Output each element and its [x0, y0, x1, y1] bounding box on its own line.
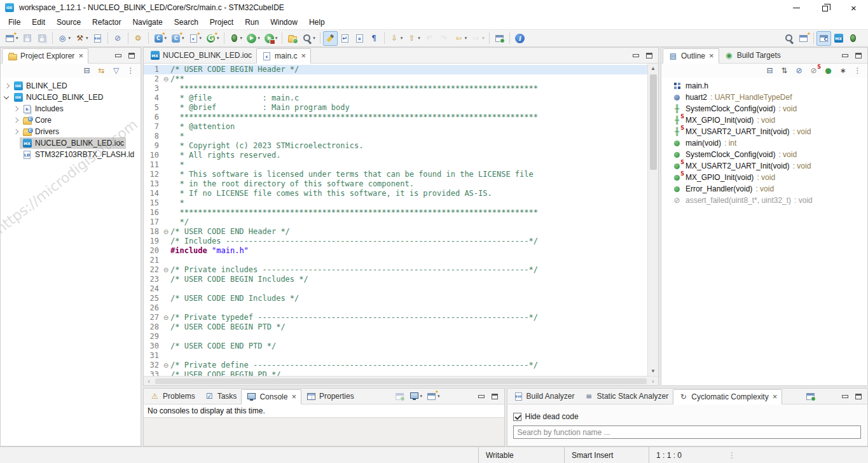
minimize-view-button[interactable] [632, 52, 640, 59]
vertical-scrollbar[interactable]: ▲ ▼ [647, 64, 658, 376]
minimize-button[interactable] [782, 0, 811, 15]
maximize-view-button[interactable] [128, 52, 135, 59]
hide-inactive-toggle[interactable]: ∗ [836, 64, 850, 78]
fold-marker-icon[interactable]: ⊖ [162, 313, 170, 322]
close-tab-icon[interactable]: × [773, 394, 778, 400]
open-console-button[interactable]: ★▾ [424, 389, 442, 404]
folder-drivers[interactable]: Drivers [1, 126, 141, 137]
menu-file[interactable]: File [3, 17, 26, 28]
code-editor[interactable]: 1/* USER CODE BEGIN Header */2⊖/**3 ****… [144, 64, 647, 376]
view-menu-button[interactable]: ⋮ [123, 64, 138, 78]
tab-tasks[interactable]: ☑Tasks [200, 389, 242, 404]
build-button[interactable]: ⚒▾ [72, 31, 90, 46]
scrollbar-thumb[interactable] [650, 74, 657, 170]
hide-non-public-toggle[interactable]: ● [821, 64, 836, 78]
previous-annotation-button[interactable]: ⇧▾ [404, 31, 422, 46]
expander-right-icon[interactable] [12, 117, 19, 124]
menu-navigate[interactable]: Navigate [127, 17, 168, 28]
menu-run[interactable]: Run [239, 17, 265, 28]
close-button[interactable]: × [839, 0, 868, 15]
new-c-project-button[interactable]: C★▾ [151, 31, 169, 46]
tab-build-targets[interactable]: ◉Build Targets [719, 48, 785, 63]
close-tab-icon[interactable]: × [709, 53, 714, 59]
run-button[interactable]: ▾ [244, 31, 262, 46]
menu-search[interactable]: Search [169, 17, 204, 28]
maximize-view-button[interactable] [855, 52, 862, 59]
new-class-button[interactable]: G★▾ [203, 31, 221, 46]
folder-core[interactable]: Core [1, 114, 141, 126]
dropdown-arrow-icon[interactable]: ▾ [258, 36, 260, 41]
fold-marker-icon[interactable]: ⊖ [162, 227, 170, 237]
dropdown-arrow-icon[interactable]: ▾ [401, 36, 403, 41]
outline-item[interactable]: Error_Handler(void) : void [661, 183, 867, 195]
menu-edit[interactable]: Edit [26, 17, 51, 28]
menu-project[interactable]: Project [204, 17, 239, 28]
search-field-button[interactable] [782, 31, 796, 46]
dropdown-arrow-icon[interactable]: ▾ [200, 36, 202, 41]
debug-perspective-button[interactable] [846, 31, 860, 46]
hide-static-members-toggle[interactable]: ⊘S [806, 64, 821, 78]
dropdown-arrow-icon[interactable]: ▾ [240, 36, 243, 41]
board-selector-button[interactable]: ◎▾ [55, 31, 73, 46]
scroll-up-icon[interactable]: ▲ [648, 64, 658, 73]
expander-down-icon[interactable] [3, 94, 10, 101]
show-source-button[interactable]: ↵ [338, 31, 352, 46]
new-wizard-button[interactable]: ★▾ [3, 31, 20, 46]
outline-item[interactable]: main.h [661, 80, 867, 92]
pin-view-button[interactable] [803, 389, 818, 404]
dropdown-arrow-icon[interactable]: ▾ [275, 36, 278, 41]
filter-button[interactable]: ▽ [109, 64, 123, 78]
back-button[interactable]: ⇦▾ [451, 31, 469, 46]
dropdown-arrow-icon[interactable]: ▾ [16, 36, 18, 41]
maximize-view-button[interactable] [491, 392, 499, 400]
dropdown-arrow-icon[interactable]: ▾ [86, 36, 88, 41]
profile-button[interactable]: ▾ [262, 31, 280, 46]
project-nucleo-blink-led[interactable]: IDENUCLEO_BLINK_LED [1, 92, 141, 103]
fold-marker-icon[interactable]: ⊖ [162, 361, 170, 370]
pin-editor-button[interactable] [492, 31, 507, 46]
link-with-editor-toggle[interactable]: ⇆ [94, 64, 109, 78]
tab-static-stack-analyzer[interactable]: ≡Static Stack Analyzer [579, 389, 673, 404]
dropdown-arrow-icon[interactable]: ▾ [165, 36, 167, 41]
menu-refactor[interactable]: Refactor [86, 17, 127, 28]
dropdown-arrow-icon[interactable]: ▾ [482, 36, 485, 41]
tab-console[interactable]: Console× [241, 389, 301, 404]
outline-item[interactable]: ╫SMX_GPIO_Init(void) : void [661, 114, 867, 126]
open-element-button[interactable] [285, 31, 300, 46]
collapse-all-button[interactable]: ⊟ [79, 64, 94, 78]
tab-cyclomatic-complexity[interactable]: ↻Cyclomatic Complexity× [673, 389, 782, 404]
skip-breakpoints-toggle[interactable]: ⊘ [111, 31, 125, 46]
project-blink-led[interactable]: IDEBLINK_LED [1, 80, 141, 92]
collapse-all-button[interactable]: ⊟ [762, 64, 777, 78]
minimize-view-button[interactable] [841, 52, 849, 59]
outline-item[interactable]: huart2 : UART_HandleTypeDef [661, 92, 867, 103]
status-menu-icon[interactable]: ⋮ [722, 447, 868, 463]
hide-fields-toggle[interactable]: ⊘ [792, 64, 806, 78]
dropdown-arrow-icon[interactable]: ▾ [313, 36, 315, 41]
tab-problems[interactable]: ⚠Problems [145, 389, 200, 404]
mark-occurrences-toggle[interactable] [323, 31, 338, 46]
dropdown-arrow-icon[interactable]: ▾ [437, 394, 440, 399]
outline-item[interactable]: SMX_USART2_UART_Init(void) : void [661, 160, 867, 172]
close-tab-icon[interactable]: × [291, 394, 296, 400]
function-search-input[interactable] [513, 425, 862, 439]
expander-right-icon[interactable] [3, 83, 10, 90]
scroll-down-icon[interactable]: ▼ [648, 366, 658, 376]
dropdown-arrow-icon[interactable]: ▾ [182, 36, 184, 41]
dropdown-arrow-icon[interactable]: ▾ [69, 36, 71, 41]
build-all-button[interactable]: 010 [90, 31, 105, 46]
close-tab-icon[interactable]: × [301, 53, 306, 59]
device-configuration-perspective-button[interactable]: MX [831, 31, 846, 46]
maximize-view-button[interactable] [645, 52, 653, 59]
maximize-view-button[interactable] [855, 392, 862, 400]
outline-item[interactable]: ╫SMX_USART2_UART_Init(void) : void [661, 126, 867, 137]
outline-item[interactable]: SMX_GPIO_Init(void) : void [661, 172, 867, 183]
device-configuration-button[interactable]: ⚙ [131, 31, 146, 46]
menu-source[interactable]: Source [51, 17, 86, 28]
tab-build-analyzer[interactable]: 010Build Analyzer [509, 389, 579, 404]
minimize-view-button[interactable] [478, 392, 485, 400]
fold-marker-icon[interactable]: ⊖ [162, 74, 170, 84]
minimize-view-button[interactable] [114, 52, 122, 59]
tab-main-c[interactable]: cmain.c× [256, 48, 311, 64]
folder-includes[interactable]: hIncludes [1, 103, 141, 114]
